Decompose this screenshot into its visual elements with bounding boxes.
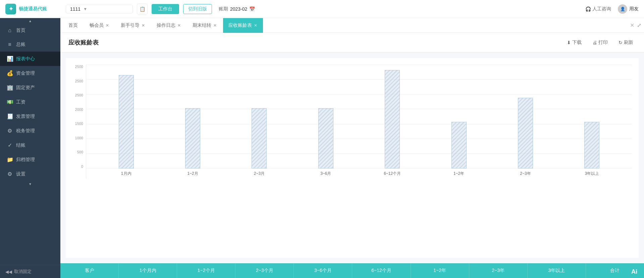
tab-member[interactable]: 畅会员 ✕: [84, 18, 115, 33]
tab-aging-label: 应收账龄表: [228, 22, 252, 28]
bar-group-4: [359, 65, 426, 168]
tab-member-label: 畅会员: [90, 22, 104, 28]
salary-icon: 💵: [7, 99, 13, 105]
cancel-pin-button[interactable]: ◀◀ 取消固定: [0, 265, 60, 278]
refresh-button[interactable]: ↻ 刷新: [616, 38, 636, 47]
ai-badge[interactable]: Ai: [625, 266, 644, 278]
switch-version-button[interactable]: 切到旧版: [183, 4, 212, 14]
bar-0: [119, 75, 134, 168]
x-label-3: 3~6月: [292, 171, 359, 177]
cancel-pin-label: 取消固定: [14, 269, 32, 275]
refresh-label: 刷新: [624, 40, 633, 46]
tab-member-close[interactable]: ✕: [106, 23, 109, 28]
sidebar-item-tax[interactable]: ⚙ 税务管理: [0, 124, 60, 138]
main-layout: ▲ ⌂ 首页 ≡ 总账 📊 报表中心 💰 资金管理 🏢 固定资产 💵 工资 🧾 …: [0, 18, 644, 278]
bar-3: [318, 108, 333, 168]
th-cell-4: 3~6个月: [294, 263, 352, 278]
tab-closing-label: 期末结转: [193, 22, 211, 28]
sidebar-label-funds: 资金管理: [16, 70, 35, 76]
calendar-period-icon[interactable]: 📅: [249, 6, 255, 12]
tab-oplog-label: 操作日志: [157, 22, 175, 28]
sidebar-item-archive[interactable]: 📁 归档管理: [0, 152, 60, 167]
maximize-button[interactable]: ⤢: [637, 22, 641, 28]
y-label-2000: 2000: [72, 108, 86, 112]
print-label: 打印: [598, 40, 608, 46]
y-label-0: 0: [72, 164, 86, 168]
tab-closing-close[interactable]: ✕: [213, 23, 217, 28]
home-icon: ⌂: [7, 27, 13, 33]
close-all-tabs-button[interactable]: ✕: [630, 22, 634, 28]
bar-group-2: [226, 65, 292, 168]
sidebar-label-salary: 工资: [16, 99, 25, 105]
page-title: 应收账龄表: [68, 39, 99, 47]
archive-icon: 📁: [7, 156, 13, 163]
tab-aging[interactable]: 应收账龄表 ✕: [223, 18, 263, 33]
sidebar-label-invoice: 发票管理: [16, 114, 35, 120]
support-button[interactable]: 🎧 人工咨询: [585, 6, 611, 12]
bar-group-6: [492, 65, 558, 168]
y-axis: 2500 2500 2500 2000 1500 1000 500 0: [72, 65, 86, 179]
bar-group-5: [426, 65, 492, 168]
bar-1: [185, 108, 200, 168]
sidebar: ▲ ⌂ 首页 ≡ 总账 📊 报表中心 💰 资金管理 🏢 固定资产 💵 工资 🧾 …: [0, 18, 60, 278]
sidebar-scroll-up[interactable]: ▲: [0, 18, 60, 23]
th-cell-6: 1~2年: [411, 263, 469, 278]
download-icon: ⬇: [567, 40, 571, 45]
calendar-icon: 📋: [140, 6, 145, 12]
user-area[interactable]: 👤 用友: [618, 4, 639, 14]
y-label-2500c: 2500: [72, 93, 86, 97]
tab-bar-actions: ✕ ⤢: [630, 22, 641, 28]
tab-oplog[interactable]: 操作日志 ✕: [151, 18, 186, 33]
sidebar-item-ledger[interactable]: ≡ 总账: [0, 38, 60, 52]
bar-5: [451, 122, 467, 169]
bar-group-7: [559, 65, 625, 168]
download-label: 下载: [572, 40, 582, 46]
th-cell-8: 3年以上: [528, 263, 586, 278]
tab-guide-close[interactable]: ✕: [142, 23, 145, 28]
company-selector[interactable]: 1111 ▼: [66, 5, 133, 13]
pin-icon: ◀◀: [5, 269, 12, 274]
sidebar-item-invoice[interactable]: 🧾 发票管理: [0, 109, 60, 124]
tab-bar: 首页 畅会员 ✕ 新手引导 ✕ 操作日志 ✕ 期末结转 ✕ 应收账龄表 ✕: [60, 18, 644, 33]
sidebar-item-home[interactable]: ⌂ 首页: [0, 23, 60, 38]
bar-6: [518, 98, 533, 168]
sidebar-label-reports: 报表中心: [16, 56, 35, 62]
workspace-button[interactable]: 工作台: [152, 4, 179, 14]
logo-area: ✦ 畅捷通易代账: [5, 4, 66, 14]
download-button[interactable]: ⬇ 下载: [564, 38, 584, 47]
ledger-icon: ≡: [7, 42, 13, 48]
th-cell-2: 1~2个月: [177, 263, 235, 278]
invoice-icon: 🧾: [7, 113, 13, 120]
sidebar-item-funds[interactable]: 💰 资金管理: [0, 66, 60, 80]
chevron-down-icon: ▼: [83, 7, 87, 11]
y-label-2500b: 2500: [72, 79, 86, 83]
x-label-2: 2~3月: [226, 171, 292, 177]
sidebar-item-reports[interactable]: 📊 报表中心: [0, 52, 60, 66]
tab-closing[interactable]: 期末结转 ✕: [187, 18, 222, 33]
headset-icon: 🎧: [585, 6, 591, 12]
sidebar-label-home: 首页: [16, 27, 25, 33]
tab-oplog-close[interactable]: ✕: [177, 23, 181, 28]
tab-home-label: 首页: [68, 22, 78, 28]
x-label-5: 1~2年: [426, 171, 492, 177]
tab-guide[interactable]: 新手引导 ✕: [115, 18, 151, 33]
sidebar-item-settings[interactable]: ⚙ 设置: [0, 167, 60, 181]
sidebar-item-assets[interactable]: 🏢 固定资产: [0, 80, 60, 95]
reports-icon: 📊: [7, 56, 13, 62]
funds-icon: 💰: [7, 70, 13, 76]
sidebar-item-salary[interactable]: 💵 工资: [0, 95, 60, 109]
y-label-500: 500: [72, 150, 86, 154]
th-cell-7: 2~3年: [469, 263, 528, 278]
print-button[interactable]: 🖨 打印: [590, 38, 610, 47]
content-area: 首页 畅会员 ✕ 新手引导 ✕ 操作日志 ✕ 期末结转 ✕ 应收账龄表 ✕: [60, 18, 644, 278]
tab-home[interactable]: 首页: [63, 18, 84, 33]
refresh-icon: ↻: [619, 40, 623, 45]
avatar: 👤: [618, 4, 627, 14]
tax-icon: ⚙: [7, 128, 13, 134]
settings-icon: ⚙: [7, 171, 13, 177]
tab-aging-close[interactable]: ✕: [254, 23, 257, 28]
sidebar-scroll-down[interactable]: ▼: [0, 181, 60, 187]
bar-4: [385, 70, 400, 169]
sidebar-item-checkout[interactable]: ✓ 结账: [0, 138, 60, 152]
calendar-icon-btn[interactable]: 📋: [137, 4, 148, 14]
